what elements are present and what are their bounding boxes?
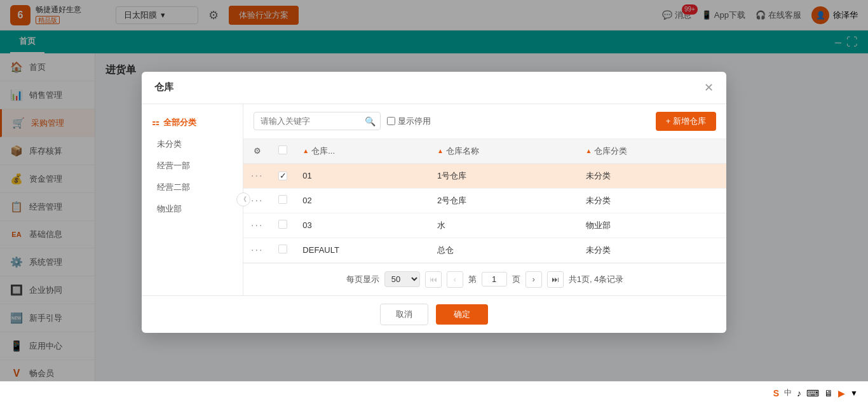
- search-button[interactable]: 🔍: [365, 116, 376, 126]
- row-category-cell: 未分类: [578, 163, 726, 188]
- add-warehouse-button[interactable]: + 新增仓库: [656, 112, 716, 131]
- dialog-title: 仓库: [154, 81, 173, 93]
- row-checkbox[interactable]: [278, 220, 287, 229]
- warehouse-table: ⚙ ▲ 仓库...: [243, 139, 726, 263]
- row-more[interactable]: ···: [251, 245, 263, 255]
- col-code-header: ▲ 仓库...: [295, 139, 430, 164]
- gear-icon: ⚙: [254, 146, 261, 156]
- col-settings: ⚙: [243, 139, 271, 164]
- category-item-3[interactable]: 物业部: [142, 198, 243, 220]
- dialog-body: ⚏ 全部分类 未分类 经营一部 经营二部 物业部 《: [142, 104, 726, 295]
- page-suffix: 页: [512, 274, 520, 285]
- sogou-icon: S: [773, 388, 779, 398]
- category-item-1[interactable]: 经营一部: [142, 155, 243, 177]
- col-name-header: ▲ 仓库名称: [430, 139, 578, 164]
- cancel-button[interactable]: 取消: [380, 304, 428, 325]
- grid-icon: ⚏: [152, 118, 159, 127]
- table-row[interactable]: ··· 03 水 物业部: [243, 213, 726, 238]
- row-more[interactable]: ···: [251, 170, 263, 181]
- total-info: 共1页, 4条记录: [569, 274, 624, 285]
- dialog-main: 🔍 显示停用 + 新增仓库 ⚙: [243, 104, 726, 295]
- select-all-checkbox[interactable]: [278, 145, 287, 154]
- row-more[interactable]: ···: [251, 220, 263, 231]
- row-checkbox-cell: [271, 238, 295, 262]
- bottom-bar-icons: S 中 ♪ ⌨ 🖥 ▶ ▼: [773, 387, 858, 398]
- row-checkbox[interactable]: [278, 245, 287, 253]
- search-wrap: 🔍: [254, 112, 381, 130]
- per-page-label: 每页显示: [346, 274, 379, 285]
- keyboard-icon: ⌨: [806, 388, 819, 398]
- row-name-cell: 1号仓库: [430, 163, 578, 188]
- warehouse-dialog: 仓库 ✕ ⚏ 全部分类 未分类 经营一部 经营二部: [142, 72, 726, 333]
- row-checkbox-cell: [271, 188, 295, 213]
- row-num-cell: 01: [295, 163, 430, 188]
- next-page-button[interactable]: ›: [526, 271, 542, 288]
- pagination: 每页显示 50 10 20 100 ⏮ ‹ 第 页 › ⏭ 共1页, 4条记录: [243, 263, 726, 295]
- confirm-button[interactable]: 确定: [436, 304, 488, 325]
- table-row[interactable]: ··· ✓ 01 1号仓库 未分类: [243, 163, 726, 188]
- row-name-cell: 2号仓库: [430, 188, 578, 213]
- row-checkbox[interactable]: [278, 195, 287, 204]
- last-page-button[interactable]: ⏭: [547, 271, 564, 288]
- page-label: 第: [468, 274, 477, 285]
- first-page-button[interactable]: ⏮: [425, 271, 442, 288]
- page-input[interactable]: [482, 272, 507, 286]
- system-tray-icon: ▼: [850, 389, 858, 398]
- row-category-cell: 物业部: [578, 213, 726, 238]
- show-disabled-checkbox[interactable]: [387, 117, 395, 125]
- table-row[interactable]: ··· DEFAULT 总仓 未分类: [243, 238, 726, 262]
- show-disabled-label[interactable]: 显示停用: [387, 116, 431, 127]
- row-num-cell: 02: [295, 188, 430, 213]
- dialog-sidebar: ⚏ 全部分类 未分类 经营一部 经营二部 物业部 《: [142, 104, 243, 295]
- row-name-cell: 总仓: [430, 238, 578, 262]
- row-category-cell: 未分类: [578, 188, 726, 213]
- row-checkbox[interactable]: ✓: [278, 172, 287, 180]
- monitor-icon: 🖥: [824, 388, 833, 398]
- modal-overlay[interactable]: 仓库 ✕ ⚏ 全部分类 未分类 经营一部 经营二部: [0, 0, 868, 404]
- row-settings-cell: ···: [243, 213, 271, 238]
- row-name-cell: 水: [430, 213, 578, 238]
- row-category-cell: 未分类: [578, 238, 726, 262]
- row-settings-cell: ···: [243, 238, 271, 262]
- volume-icon: ♪: [797, 388, 801, 398]
- all-categories-button[interactable]: ⚏ 全部分类: [142, 112, 243, 133]
- dialog-toolbar: 🔍 显示停用 + 新增仓库: [243, 104, 726, 139]
- per-page-select[interactable]: 50 10 20 100: [384, 271, 420, 287]
- category-item-0[interactable]: 未分类: [142, 133, 243, 155]
- col-category-header: ▲ 仓库分类: [578, 139, 726, 164]
- table-row[interactable]: ··· 02 2号仓库 未分类: [243, 188, 726, 213]
- row-checkbox-cell: [271, 213, 295, 238]
- taskbar-icon: ▶: [838, 388, 845, 398]
- sort-icon-3: ▲: [586, 147, 592, 154]
- col-checkbox: [271, 139, 295, 164]
- row-num-cell: DEFAULT: [295, 238, 430, 262]
- prev-page-button[interactable]: ‹: [447, 271, 463, 288]
- search-input[interactable]: [254, 112, 381, 130]
- row-settings-cell: ···: [243, 163, 271, 188]
- dialog-footer: 取消 确定: [142, 295, 726, 333]
- bottom-bar: S 中 ♪ ⌨ 🖥 ▶ ▼: [0, 381, 868, 404]
- row-num-cell: 03: [295, 213, 430, 238]
- collapse-sidebar-button[interactable]: 《: [236, 192, 250, 206]
- dialog-close-button[interactable]: ✕: [704, 81, 714, 95]
- row-checkbox-cell: ✓: [271, 163, 295, 188]
- dialog-header: 仓库 ✕: [142, 72, 726, 104]
- sort-icon: ▲: [302, 147, 309, 154]
- sort-icon-2: ▲: [437, 147, 444, 154]
- category-item-2[interactable]: 经营二部: [142, 177, 243, 198]
- row-more[interactable]: ···: [251, 195, 263, 206]
- input-method-label: 中: [784, 387, 792, 398]
- table-header-row: ⚙ ▲ 仓库...: [243, 139, 726, 164]
